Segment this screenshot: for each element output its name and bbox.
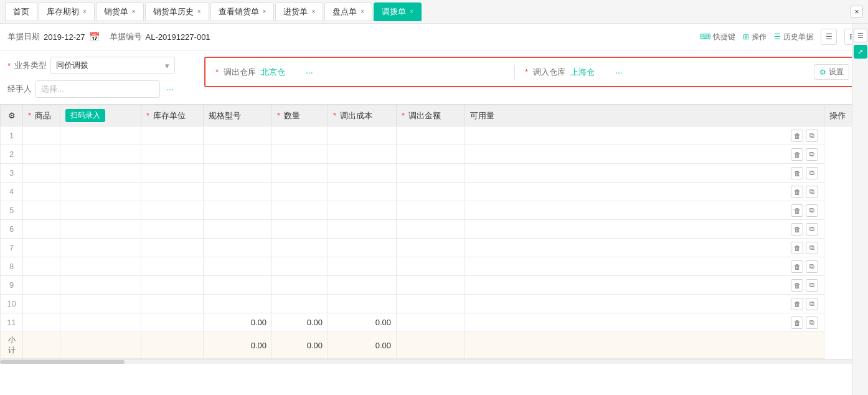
delete-row-button[interactable]: 🗑 (791, 242, 803, 254)
delete-row-button[interactable]: 🗑 (791, 260, 803, 273)
copy-row-button[interactable]: ⧉ (806, 204, 818, 217)
close-icon[interactable]: × (197, 8, 201, 15)
tab-transfer[interactable]: 调拨单 × (374, 2, 422, 21)
row-amount-cell[interactable] (328, 183, 397, 201)
copy-row-button[interactable]: ⧉ (806, 298, 818, 310)
copy-row-button[interactable]: ⧉ (806, 223, 818, 236)
handler-dropdown[interactable]: 选择... (35, 80, 160, 98)
row-spec-cell[interactable] (141, 276, 204, 295)
row-cost-cell[interactable] (272, 126, 328, 145)
close-icon[interactable]: × (410, 8, 413, 15)
layout-list-button[interactable]: ☰ (821, 29, 837, 45)
row-qty-cell[interactable] (204, 183, 272, 201)
copy-row-button[interactable]: ⧉ (806, 242, 818, 254)
row-spec-cell[interactable] (141, 257, 204, 276)
row-product-cell[interactable] (23, 239, 60, 257)
row-cost-cell[interactable] (272, 295, 328, 313)
tab-view-sales[interactable]: 查看销货单 × (210, 2, 275, 21)
row-qty-cell[interactable] (204, 220, 272, 239)
row-qty-cell[interactable] (204, 257, 272, 276)
row-amount-cell[interactable] (328, 145, 397, 164)
row-product-cell[interactable] (23, 183, 60, 201)
row-spec-cell[interactable] (141, 295, 204, 313)
row-cost-cell[interactable] (272, 183, 328, 201)
copy-row-button[interactable]: ⧉ (806, 148, 818, 161)
row-spec-cell[interactable] (141, 239, 204, 257)
horizontal-scrollbar[interactable] (0, 359, 868, 364)
tab-sales-order[interactable]: 销货单 × (96, 2, 144, 21)
row-unit-cell[interactable] (60, 183, 141, 201)
row-cost-cell[interactable] (272, 145, 328, 164)
scan-entry-button[interactable]: 扫码录入 (65, 109, 105, 122)
row-cost-cell[interactable] (272, 201, 328, 220)
sidebar-export-button[interactable]: ↗ (854, 45, 867, 59)
row-amount-cell[interactable] (328, 276, 397, 295)
transfer-in-value[interactable]: 上海仓 (570, 67, 608, 78)
delete-row-button[interactable]: 🗑 (791, 204, 803, 217)
delete-row-button[interactable]: 🗑 (791, 316, 803, 329)
row-cost-cell[interactable] (272, 164, 328, 183)
row-product-cell[interactable] (23, 295, 60, 313)
tab-sales-history[interactable]: 销货单历史 × (145, 2, 209, 21)
shortcuts-action[interactable]: ⌨ 快捷键 (700, 32, 735, 42)
row-spec-cell[interactable] (141, 145, 204, 164)
operations-action[interactable]: ⊞ 操作 (743, 32, 767, 42)
row-cost-cell[interactable] (272, 239, 328, 257)
tab-purchase-order[interactable]: 进货单 × (275, 2, 323, 21)
tab-init-inventory[interactable]: 库存期初 × (39, 2, 95, 21)
delete-row-button[interactable]: 🗑 (791, 186, 803, 198)
row-unit-cell[interactable] (60, 126, 141, 145)
delete-row-button[interactable]: 🗑 (791, 148, 803, 161)
row-spec-cell[interactable] (141, 220, 204, 239)
delete-row-button[interactable]: 🗑 (791, 223, 803, 236)
row-unit-cell[interactable] (60, 239, 141, 257)
delete-row-button[interactable]: 🗑 (791, 279, 803, 292)
row-spec-cell[interactable] (141, 201, 204, 220)
row-unit-cell[interactable] (60, 295, 141, 313)
row-amount-cell[interactable] (328, 220, 397, 239)
row-qty-cell[interactable] (204, 201, 272, 220)
close-icon[interactable]: × (83, 8, 87, 15)
row-qty-cell[interactable] (204, 239, 272, 257)
close-icon[interactable]: × (263, 8, 267, 15)
transfer-out-more-button[interactable]: ··· (303, 67, 316, 77)
row-unit-cell[interactable] (60, 220, 141, 239)
copy-row-button[interactable]: ⧉ (806, 130, 818, 142)
transfer-out-value[interactable]: 北京仓 (261, 67, 298, 78)
close-icon[interactable]: × (361, 8, 364, 15)
settings-button[interactable]: ⚙ 设置 (814, 64, 849, 80)
row-amount-cell[interactable] (328, 201, 397, 220)
row-unit-cell[interactable] (60, 145, 141, 164)
row-amount-cell[interactable] (328, 295, 397, 313)
transfer-in-more-button[interactable]: ··· (613, 67, 625, 77)
history-action[interactable]: ☰ 历史单据 (774, 32, 813, 42)
close-icon[interactable]: × (132, 8, 136, 15)
row-amount-cell[interactable] (328, 126, 397, 145)
row-product-cell[interactable] (23, 145, 60, 164)
business-type-dropdown[interactable]: 同价调拨 ▾ (50, 57, 175, 74)
tab-inventory[interactable]: 盘点单 × (324, 2, 372, 21)
scroll-thumb[interactable] (0, 360, 125, 364)
row-product-cell[interactable] (23, 257, 60, 276)
row-unit-cell[interactable] (60, 257, 141, 276)
row-amount-cell[interactable] (328, 257, 397, 276)
settings-col-icon[interactable]: ⚙ (8, 111, 16, 120)
date-value[interactable]: 2019-12-27 (44, 32, 85, 42)
row-qty-cell[interactable] (204, 145, 272, 164)
copy-row-button[interactable]: ⧉ (806, 316, 818, 329)
row-product-cell[interactable] (23, 220, 60, 239)
close-window-button[interactable]: × (851, 6, 863, 18)
copy-row-button[interactable]: ⧉ (806, 167, 818, 179)
row-qty-cell[interactable] (204, 295, 272, 313)
row-cost-cell[interactable] (272, 220, 328, 239)
copy-row-button[interactable]: ⧉ (806, 260, 818, 273)
copy-row-button[interactable]: ⧉ (806, 186, 818, 198)
row-unit-cell[interactable] (60, 276, 141, 295)
row-product-cell[interactable] (23, 201, 60, 220)
row-unit-cell[interactable] (60, 164, 141, 183)
row-unit-cell[interactable] (60, 201, 141, 220)
row-spec-cell[interactable] (141, 164, 204, 183)
handler-more-button[interactable]: ··· (164, 84, 176, 94)
row-amount-cell[interactable] (328, 239, 397, 257)
row-spec-cell[interactable] (141, 183, 204, 201)
